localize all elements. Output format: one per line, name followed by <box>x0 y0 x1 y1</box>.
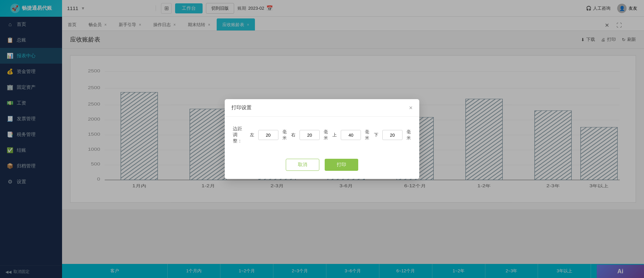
top-direction-label: 上 <box>332 132 337 138</box>
top-margin-input[interactable] <box>341 130 361 140</box>
left-unit: 毫米 <box>282 129 287 141</box>
modal-header: 打印设置 × <box>225 99 419 117</box>
print-confirm-button[interactable]: 打印 <box>325 159 358 171</box>
bottom-direction-label: 下 <box>374 132 378 138</box>
modal-overlay: 打印设置 × 边距调整： 左 毫米 右 毫米 上 毫米 下 毫米 取消 打印 <box>0 0 644 278</box>
modal-close-button[interactable]: × <box>409 105 413 111</box>
print-settings-modal: 打印设置 × 边距调整： 左 毫米 右 毫米 上 毫米 下 毫米 取消 打印 <box>225 99 419 179</box>
modal-title: 打印设置 <box>231 105 252 111</box>
cancel-button[interactable]: 取消 <box>286 159 319 171</box>
right-direction-label: 右 <box>291 132 296 138</box>
margin-row: 边距调整： 左 毫米 右 毫米 上 毫米 下 毫米 <box>233 126 411 144</box>
modal-body: 边距调整： 左 毫米 右 毫米 上 毫米 下 毫米 <box>225 117 419 153</box>
left-margin-input[interactable] <box>258 130 278 140</box>
right-unit: 毫米 <box>324 129 328 141</box>
bottom-margin-input[interactable] <box>382 130 402 140</box>
modal-footer: 取消 打印 <box>225 153 419 179</box>
right-margin-input[interactable] <box>300 130 320 140</box>
left-direction-label: 左 <box>250 132 254 138</box>
margin-label: 边距调整： <box>233 126 246 144</box>
top-unit: 毫米 <box>365 129 370 141</box>
bottom-unit: 毫米 <box>407 129 411 141</box>
